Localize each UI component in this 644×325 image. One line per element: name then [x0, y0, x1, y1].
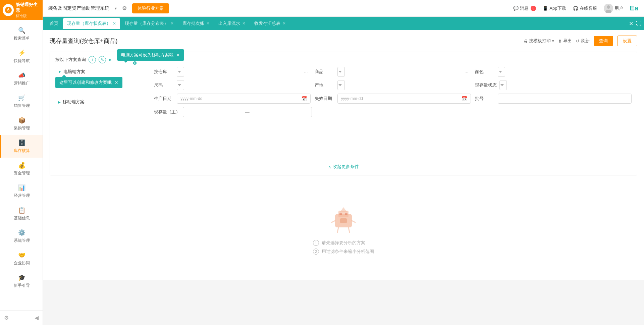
phone-icon: 📱 [543, 6, 548, 11]
filter-field-warehouse: 按仓库 ··· [154, 67, 311, 77]
export-btn[interactable]: ⬆ 导出 [558, 38, 572, 44]
logo-icon: 6 [3, 4, 14, 16]
query-btn[interactable]: 查询 [594, 36, 613, 46]
headset-icon: 🎧 [573, 6, 578, 11]
gear-settings-icon[interactable]: ⚙ [121, 4, 128, 13]
scheme-toggle-mobile: ▶ [58, 100, 61, 104]
svg-rect-9 [340, 218, 347, 223]
sidebar-item-basic[interactable]: 📋 基础信息 [0, 203, 43, 225]
stock-status-select[interactable] [499, 80, 507, 90]
expiry-date-calendar-icon[interactable]: 📅 [462, 96, 467, 101]
maximize-icon[interactable]: ⛶ [636, 20, 641, 27]
prod-date-calendar-icon[interactable]: 📅 [301, 96, 307, 101]
goods-select[interactable] [337, 67, 345, 77]
inventory-nav-icon: 🗄️ [18, 139, 25, 147]
stock-qty-max[interactable] [252, 110, 308, 115]
sidebar-item-collab[interactable]: 🤝 企业协同 [0, 248, 43, 270]
operation-nav-icon: 📊 [18, 184, 25, 192]
color-label: 颜色 [475, 69, 495, 75]
message-icon: 💬 [513, 6, 519, 11]
tab-bar-right: ✕ ⛶ [629, 20, 641, 27]
tab-inout-flow[interactable]: 出入库流水 ✕ [214, 18, 250, 29]
collapse-icon[interactable]: ◀ [35, 315, 39, 321]
sidebar-item-search[interactable]: 🔍 搜索菜单 [0, 23, 43, 45]
filter-field-origin: 产地 [315, 80, 471, 90]
page-title-row: 现存量查询(按仓库+商品) 🖨 按模板打印 ▾ ⬆ 导出 ↺ 刷新 [50, 36, 637, 46]
warehouse-label: 按仓库 [154, 69, 174, 75]
tab-close-inventory-status[interactable]: ✕ [113, 21, 116, 26]
svg-marker-14 [340, 207, 347, 212]
refresh-btn[interactable]: ↺ 刷新 [576, 38, 590, 44]
experience-btn[interactable]: 体验行业方案 [132, 3, 169, 13]
stock-qty-min[interactable] [186, 110, 243, 115]
sidebar-item-system[interactable]: ⚙️ 系统管理 [0, 225, 43, 248]
sidebar-item-marketing[interactable]: 📣 营销推广 [0, 68, 43, 90]
filter-add-button[interactable]: + [89, 56, 96, 63]
system-title: 装备及固定资产辅助管理系统 [48, 5, 109, 11]
tab-collection-summary[interactable]: 收发存汇总表 ✕ [250, 18, 290, 29]
size-label: 尺码 [154, 82, 174, 88]
filter-row-4: 现存量（主） — [154, 107, 632, 117]
tooltip2-text: 这里可以创建和修改方案哦 [59, 79, 112, 86]
app-download-btn[interactable]: 📱 App下载 [543, 5, 566, 11]
collapse-row[interactable]: ∧ 收起更多条件 [55, 161, 632, 171]
sidebar-item-quick[interactable]: ⚡ 快捷导航 [0, 45, 43, 68]
tooltip2-close[interactable]: ✕ [114, 80, 118, 85]
message-btn[interactable]: 💬 消息 6 [513, 5, 536, 11]
sidebar-item-purchase[interactable]: 📦 采购管理 [0, 113, 43, 135]
tab-batch-account[interactable]: 库存批次账 ✕ [178, 18, 214, 29]
tab-inventory-dist[interactable]: 现存量（库存分布表） ✕ [121, 18, 178, 29]
tab-home[interactable]: 首页 [46, 18, 62, 29]
svg-line-12 [337, 227, 338, 232]
warehouse-dots: ··· [304, 69, 308, 74]
tab-close-batch-account[interactable]: ✕ [206, 21, 210, 26]
stock-qty-label: 现存量（主） [154, 109, 180, 115]
goods-select-wrapper: ··· [337, 67, 471, 77]
filter-field-batch: 批号 [475, 94, 632, 104]
batch-label: 批号 [475, 96, 495, 102]
svg-line-10 [332, 221, 335, 222]
top-header: 装备及固定资产辅助管理系统 ▾ ⚙ 体验行业方案 💬 消息 6 📱 App下载 … [43, 0, 644, 17]
close-all-tabs-icon[interactable]: ✕ [629, 20, 633, 27]
template-print-btn[interactable]: 🖨 按模板打印 ▾ [523, 38, 554, 44]
prod-date-input[interactable]: yyyy-mm-dd 📅 [177, 94, 311, 104]
online-support-btn[interactable]: 🎧 在线客服 [573, 5, 597, 11]
tooltip-popup-1: 电脑方案可设为移动方案哦 ✕ [117, 49, 184, 61]
tab-close-inout-flow[interactable]: ✕ [242, 21, 246, 26]
stock-qty-range: — [183, 107, 312, 117]
sidebar-item-inventory[interactable]: 🗄️ 库存核算 [0, 135, 43, 158]
user-menu[interactable]: 用户 [604, 4, 623, 13]
hint-num-1: 1 [313, 240, 319, 246]
sidebar-item-sales[interactable]: 🛒 销售管理 [0, 90, 43, 113]
svg-line-13 [348, 227, 350, 232]
tab-close-inventory-dist[interactable]: ✕ [170, 21, 174, 26]
sidebar-item-operation[interactable]: 📊 经营管理 [0, 180, 43, 203]
expiry-date-input[interactable]: yyyy-mm-dd 📅 [337, 94, 471, 104]
user-avatar [604, 4, 613, 13]
batch-input[interactable] [498, 94, 632, 104]
sidebar-item-guide[interactable]: 🎓 新手引导 [0, 270, 43, 292]
tooltip1-close[interactable]: ✕ [176, 52, 180, 58]
size-select[interactable] [177, 80, 184, 90]
logo-text: 畅销通好生意 标准版 [16, 2, 40, 18]
color-select[interactable] [498, 67, 505, 77]
filter-edit-button[interactable]: ✎ [99, 56, 106, 63]
tab-close-collection-summary[interactable]: ✕ [282, 21, 286, 26]
scheme-toggle-pc: ▼ [58, 70, 61, 74]
quick-nav-icon: ⚡ [18, 49, 25, 57]
settings-icon[interactable]: ⚙ [4, 315, 9, 321]
warehouse-select[interactable] [177, 67, 184, 77]
sidebar-item-finance[interactable]: 💰 资金管理 [0, 158, 43, 180]
filter-back-button[interactable]: « [109, 57, 112, 63]
tab-bar: 首页 现存量（库存状况表） ✕ 现存量（库存分布表） ✕ 库存批次账 ✕ 出入库… [43, 17, 644, 30]
prod-date-label: 生产日期 [154, 96, 174, 102]
page-title: 现存量查询(按仓库+商品) [50, 37, 118, 45]
origin-label: 产地 [315, 82, 335, 88]
refresh-icon: ↺ [576, 39, 580, 44]
svg-point-8 [345, 213, 347, 215]
origin-select[interactable] [337, 80, 345, 90]
message-badge: 6 [531, 6, 536, 11]
settings-page-btn[interactable]: 设置 [617, 36, 637, 46]
filter-header-label: 按以下方案查询 [55, 57, 86, 63]
tab-inventory-status[interactable]: 现存量（库存状况表） ✕ [63, 18, 120, 29]
